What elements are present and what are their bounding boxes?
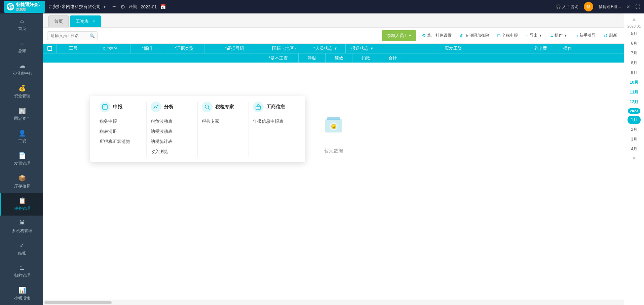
sidebar-item-home[interactable]: ⌂ 首页 [0,13,43,36]
expand-icon[interactable]: ⛶ [635,4,640,9]
calendar-month-9[interactable]: 9月 [624,68,644,78]
th-region: 国籍（地区） [265,44,305,53]
menu-tax-stats[interactable]: 纳税统计表 [151,137,193,147]
social-insurance-btn[interactable]: ⚙ 统一社保设置 [419,31,454,40]
personal-tax-icon: □ [497,33,500,38]
company-selector[interactable]: 西安虾米网络科技有限公司 ▼ [48,4,106,10]
tab-close-icon[interactable]: × [93,19,95,24]
status-filter-icon[interactable]: ▼ [334,46,338,50]
operation-icon: ≡ [550,33,553,38]
th-dept: *部门 [130,44,164,53]
personal-tax-btn[interactable]: □ 个税申报 [495,31,520,40]
cloud-icon: ☁ [19,62,25,69]
sidebar-item-mini-report[interactable]: 📊 小畅报销 [0,282,43,305]
add-dropdown-icon: ▼ [405,34,412,37]
special-deduction-btn[interactable]: ⊕ 专项附加扣除 [457,31,492,40]
th-id: 工号 [56,44,90,53]
th-op: 操作 [554,44,581,53]
calendar-month-2[interactable]: 2月 [624,125,644,135]
main-content: 首页 工资表 × 🔍 添加人员 ▼ ⚙ 统一社保设置 ⊕ 专 [43,13,624,305]
menu-income-tax-clear[interactable]: 所得税汇算清缴 [100,137,142,147]
tax-expert-icon [202,102,213,112]
calendar-month-6[interactable]: 6月 [624,39,644,48]
menu-tax-table[interactable]: 税表清册 [100,126,142,137]
human-service-btn[interactable]: 🎧 人工咨询 [556,4,578,10]
social-insurance-icon: ⚙ [422,33,426,38]
new-guide-btn[interactable]: ○ 新手引导 [573,31,598,40]
calendar-month-10[interactable]: 10月 [624,78,644,87]
sidebar-item-cloud-report[interactable]: ☁ 云报表中心 [0,58,43,80]
calendar-month-5[interactable]: 5月 [624,29,644,39]
close-btn[interactable]: × [626,3,630,10]
menu-income-browse[interactable]: 收入浏览 [151,147,193,157]
svg-point-5 [156,107,157,108]
menu-tax-report[interactable]: 税务申报 [100,116,142,126]
calendar-month-3[interactable]: 3月 [624,135,644,144]
top-bar-quick-icons: + ⚙ [112,3,125,10]
refresh-btn[interactable]: ↺ 刷新 [601,31,620,40]
export-chevron-icon: ▼ [539,34,542,37]
calendar-month-11[interactable]: 11月 [624,87,644,97]
th-checkbox[interactable] [43,44,56,53]
sidebar-item-multi-org[interactable]: 🏛 多机构管理 [0,216,43,238]
sidebar-item-salary[interactable]: 👤 工资 [0,125,43,148]
calendar-month-7[interactable]: 7月 [624,48,644,58]
calendar-month-1[interactable]: 1月 [628,116,641,124]
tab-home[interactable]: 首页 [48,15,69,27]
sidebar-item-ledger[interactable]: ≡ 总账 [0,36,43,58]
operation-chevron-icon: ▼ [564,34,567,37]
calendar-month-8[interactable]: 8月 [624,58,644,68]
menu-tax-burden[interactable]: 税负波动表 [151,116,193,126]
scrollbar-thumb[interactable] [44,301,112,304]
sidebar-item-fund[interactable]: 💰 资金管理 [0,80,43,103]
submit-filter-icon[interactable]: ▼ [370,46,374,50]
calendar-month-4[interactable]: 4月 [624,144,644,154]
category-tax-expert: 税检专家 [202,102,244,112]
add-icon[interactable]: + [112,3,116,10]
calendar-icon[interactable]: 📅 [160,4,166,9]
sidebar-item-settle[interactable]: ✓ 结账 [0,238,43,260]
analysis-title: 分析 [164,104,174,110]
calendar-month-12[interactable]: 12月 [624,97,644,107]
category-shenban: 申报 [100,102,142,112]
right-panel-calendar: ▲ 2023.01 5月 6月 7月 8月 9月 10月 11月 12月 202… [624,13,644,305]
sidebar-label-salary: 工资 [18,138,26,144]
settings-icon[interactable]: ⚙ [120,4,125,10]
svg-point-4 [155,106,156,107]
operation-btn[interactable]: ≡ 操作 ▼ [547,31,570,40]
operation-label: 操作 [555,33,563,38]
sidebar-item-assets[interactable]: 🏢 固定资产 [0,103,43,125]
add-person-button[interactable]: 添加人员 ▼ [382,30,416,41]
export-btn[interactable]: ↑ 导出 ▼ [523,31,545,40]
new-guide-label: 新手引导 [579,33,596,38]
sidebar-item-invoice[interactable]: 📄 发票管理 [0,148,43,170]
th-certno: *证据号码 [204,44,265,53]
th-perf: 绩效 [326,53,352,63]
th-submit: 报送状态 ▼ [346,44,379,53]
svg-rect-9 [256,106,261,109]
th-wage-group: 应发工资 [379,44,527,53]
sidebar-label-inventory: 库存核算 [14,183,30,189]
sidebar-label-archive: 归档管理 [14,273,30,278]
calendar-prev-btn[interactable]: ▲ [630,15,638,24]
sidebar-item-inventory[interactable]: 📦 库存核算 [0,170,43,193]
horizontal-scrollbar[interactable] [43,300,624,305]
svg-point-6 [157,105,158,106]
period-value: 2023-01 [141,4,157,9]
menu-tax-payment[interactable]: 纳税波动表 [151,126,193,137]
content-area: 申报 税务申报 税表清册 所得税汇算清缴 分析 [43,63,624,300]
settle-icon: ✓ [20,242,25,249]
sidebar-item-archive[interactable]: 🗂 归档管理 [0,260,43,282]
tax-icon: 📋 [18,197,26,204]
calendar-next-btn[interactable]: ▼ [630,154,638,163]
user-name[interactable]: 畅捷通B组... [599,4,621,10]
tab-home-label: 首页 [54,19,63,24]
tab-bar: 首页 工资表 × [43,13,624,28]
sidebar-item-tax[interactable]: 📋 税务管理 [0,193,43,216]
tab-payroll[interactable]: 工资表 × [70,15,101,27]
sidebar-label-home: 首页 [18,26,26,32]
menu-tax-check[interactable]: 税检专家 [202,116,244,126]
sidebar-label-assets: 固定资产 [14,116,30,121]
search-icon: 🔍 [89,33,95,38]
menu-annual-report[interactable]: 年报信息申报表 [253,116,296,126]
